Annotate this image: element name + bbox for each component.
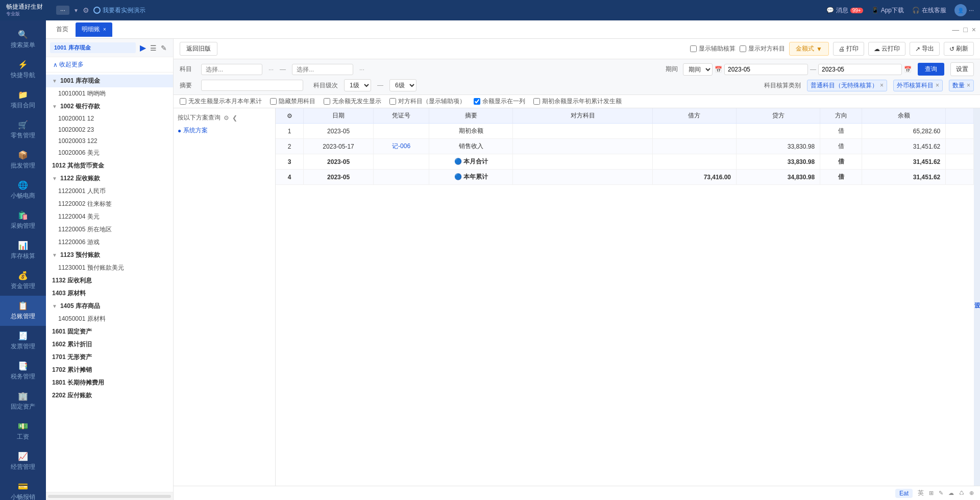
- subject-filter-input-2[interactable]: [292, 64, 353, 75]
- workspace-selector[interactable]: ···: [56, 6, 69, 15]
- set-btn[interactable]: 设置: [950, 62, 974, 76]
- back-btn[interactable]: 返回旧版: [180, 42, 217, 56]
- tree-item-11220002[interactable]: 11220002 往来标签: [46, 198, 173, 210]
- print-btn[interactable]: 🖨 打印: [833, 42, 864, 56]
- edit-icon[interactable]: ✎: [159, 43, 169, 53]
- tree-item-10010001[interactable]: 10010001 哟哟哟: [46, 87, 173, 100]
- filter-tag-normal-remove[interactable]: ×: [880, 82, 884, 89]
- tab-maximize-btn[interactable]: □: [963, 26, 967, 34]
- no-occurrence-input[interactable]: [180, 98, 186, 105]
- tree-item-2202[interactable]: 2202 应付账款: [46, 389, 173, 402]
- period-start-input[interactable]: [724, 64, 808, 75]
- no-balance-input[interactable]: [324, 98, 330, 105]
- period-calendar-icon[interactable]: 📅: [715, 66, 722, 73]
- summary-filter-input[interactable]: [201, 80, 303, 91]
- gear-icon[interactable]: ⚙: [83, 6, 89, 14]
- refresh-btn[interactable]: ↺ 刷新: [944, 42, 974, 56]
- tree-item-1801[interactable]: 1801 长期待摊费用: [46, 376, 173, 389]
- tree-item-1122[interactable]: ▼ 1122 应收账款: [46, 172, 173, 185]
- tree-item-10020006[interactable]: 10020006 美元: [46, 147, 173, 159]
- sidebar-item-quicknav[interactable]: ⚡ 快捷导航: [0, 55, 46, 85]
- show-aux-checkbox[interactable]: 显示辅助核算: [690, 44, 736, 53]
- sidebar-item-operation[interactable]: 📈 经营管理: [0, 446, 46, 477]
- tab-minimize-btn[interactable]: —: [952, 26, 959, 34]
- hide-disabled-input[interactable]: [270, 98, 277, 105]
- tab-close-icon[interactable]: ×: [103, 27, 106, 32]
- tree-item-1602[interactable]: 1602 累计折旧: [46, 338, 173, 351]
- tree-item-11230001[interactable]: 11230001 预付账款美元: [46, 261, 173, 274]
- sidebar-item-retail[interactable]: 🛒 零售管理: [0, 115, 46, 145]
- sidebar-item-purchase[interactable]: 🛍️ 采购管理: [0, 205, 46, 235]
- balance-col-checkbox[interactable]: 余额显示在一列: [474, 97, 525, 106]
- tree-item-1012[interactable]: 1012 其他货币资金: [46, 159, 173, 172]
- td-voucher-2[interactable]: 记-006: [373, 139, 429, 154]
- subject-filter-input[interactable]: [201, 64, 262, 75]
- show-opposite-checkbox[interactable]: 显示对方科目: [740, 44, 785, 53]
- sidebar-item-wholesale[interactable]: 📦 批发管理: [0, 145, 46, 175]
- status-icon-2[interactable]: ✎: [939, 490, 943, 496]
- subject-selector[interactable]: 1001 库存现金: [50, 42, 136, 53]
- status-icon-5[interactable]: ⊕: [969, 490, 974, 496]
- sidebar-item-assets[interactable]: 🏢 固定资产: [0, 386, 46, 416]
- tree-item-1701[interactable]: 1701 无形资产: [46, 351, 173, 364]
- tree-item-11220005[interactable]: 11220005 所在地区: [46, 223, 173, 236]
- th-settings[interactable]: ⚙: [276, 108, 304, 124]
- tree-item-11220004[interactable]: 11220004 美元: [46, 210, 173, 223]
- tree-item-14050001[interactable]: 14050001 原材料: [46, 313, 173, 325]
- tree-item-11220006[interactable]: 11220006 游戏: [46, 236, 173, 249]
- tree-item-1405[interactable]: ▼ 1405 库存商品: [46, 300, 173, 313]
- tree-item-1702[interactable]: 1702 累计摊销: [46, 364, 173, 376]
- export-btn[interactable]: ↗ 导出: [910, 42, 940, 56]
- filter-tag-normal[interactable]: 普通科目（无特殊核算） ×: [807, 80, 887, 91]
- right-settings-panel[interactable]: 设置: [974, 108, 980, 486]
- opening-year-checkbox[interactable]: 期初余额显示年初累计发生额: [533, 97, 622, 106]
- voucher-link-2[interactable]: 记-006: [392, 142, 410, 150]
- sidebar-item-invoice[interactable]: 🧾 发票管理: [0, 326, 46, 356]
- sidebar-item-inventory[interactable]: 📊 库存核算: [0, 235, 46, 266]
- query-btn[interactable]: 查询: [918, 63, 944, 76]
- message-tool[interactable]: 💬 消息 99+: [826, 6, 863, 15]
- nav-right-icon[interactable]: ▶: [138, 42, 148, 54]
- app-download-tool[interactable]: 📱 App下载: [871, 6, 904, 15]
- sidebar-item-salary[interactable]: 💵 工资: [0, 416, 46, 446]
- sidebar-item-ecommerce[interactable]: 🌐 小畅电商: [0, 175, 46, 205]
- tree-item-10020002[interactable]: 10020002 23: [46, 124, 173, 135]
- sidebar-item-project[interactable]: 📁 项目合同: [0, 85, 46, 115]
- show-aux-input[interactable]: [690, 45, 697, 52]
- filter-tag-quantity[interactable]: 数量 ×: [949, 80, 974, 91]
- hide-disabled-checkbox[interactable]: 隐藏禁用科目: [270, 97, 315, 106]
- tab-home[interactable]: 首页: [50, 22, 75, 37]
- tree-item-1403[interactable]: 1403 原材料: [46, 287, 173, 300]
- cloud-print-btn[interactable]: ☁ 云打印: [868, 42, 905, 56]
- tab-detail[interactable]: 明细账 ×: [76, 22, 112, 37]
- filter-tag-quantity-remove[interactable]: ×: [967, 82, 970, 89]
- tree-item-1132[interactable]: 1132 应收利息: [46, 274, 173, 287]
- list-icon[interactable]: ☰: [148, 43, 159, 53]
- sidebar-item-finance[interactable]: 💰 资金管理: [0, 266, 46, 296]
- system-plan-item[interactable]: ● 系统方案: [178, 126, 271, 135]
- expand-more-btn[interactable]: ∧ 收起更多: [50, 59, 87, 70]
- plan-settings-icon[interactable]: ⚙: [224, 114, 229, 122]
- period-end-calendar-icon[interactable]: 📅: [904, 66, 912, 73]
- tree-item-1002[interactable]: ▼ 1002 银行存款: [46, 100, 173, 113]
- tab-close-btn[interactable]: ×: [972, 26, 976, 34]
- online-service-tool[interactable]: 🎧 在线客服: [912, 6, 946, 15]
- user-tool[interactable]: 👤 ···: [954, 4, 974, 16]
- show-opposite-input[interactable]: [740, 45, 746, 52]
- left-panel-scrollbar[interactable]: [46, 492, 173, 500]
- period-type-select[interactable]: 期间: [683, 63, 713, 76]
- level-to-select[interactable]: 6级: [389, 79, 416, 91]
- balance-col-input[interactable]: [474, 98, 480, 105]
- no-balance-checkbox[interactable]: 无余额无发生显示: [324, 97, 381, 106]
- tree-item-10020001[interactable]: 10020001 12: [46, 113, 173, 124]
- sidebar-item-search[interactable]: 🔍 搜索菜单: [0, 25, 46, 55]
- tree-item-1123[interactable]: ▼ 1123 预付账款: [46, 249, 173, 261]
- tree-item-11220001[interactable]: 11220001 人民币: [46, 185, 173, 198]
- tree-item-10020003[interactable]: 10020003 122: [46, 135, 173, 147]
- opening-year-input[interactable]: [533, 98, 540, 105]
- plan-collapse-icon[interactable]: ❮: [232, 114, 237, 122]
- language-btn[interactable]: 英: [918, 489, 924, 497]
- level-from-select[interactable]: 1级: [344, 79, 371, 91]
- tree-item-1601[interactable]: 1601 固定资产: [46, 325, 173, 338]
- opposite-subject-checkbox[interactable]: 对方科目（显示辅助项）: [389, 97, 465, 106]
